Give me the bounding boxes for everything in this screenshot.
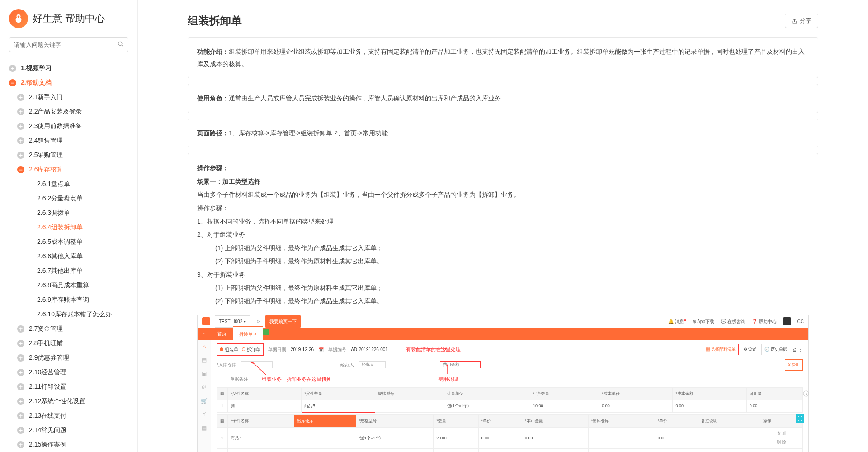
nav-2-7[interactable]: +2.7资金管理	[9, 322, 128, 336]
step-2-1: (1) 上部明细为父件明细，最终作为产成品生成其它入库单；	[197, 242, 809, 255]
role-text: 通常由生产人员或库管人员完成拆装业务的操作，库管人员确认原材料的出库和产成品的入…	[229, 95, 501, 102]
nav-doc-icon[interactable]: ▤	[201, 357, 208, 364]
ss-topbar: TEST-H002 ▾ ⟳ 我要购买一下 🔔 消息● ⊕ App下载 💬 在线咨…	[198, 315, 808, 328]
online-consult[interactable]: 💬 在线咨询	[721, 317, 745, 326]
delete-link[interactable]: 删 除	[777, 440, 786, 444]
bell-icon[interactable]: 🔔 消息●	[668, 316, 686, 326]
th-cost-amount: *成本金额	[673, 387, 746, 400]
share-button[interactable]: 分享	[785, 14, 818, 28]
nav-tree: +1.视频学习 –2.帮助文档 +2.1新手入门 +2.2产品安装及登录 +2.…	[9, 61, 128, 452]
page-header: 组装拆卸单 分享	[188, 14, 818, 28]
nav-home-icon[interactable]: ⌂	[201, 343, 208, 351]
expand-icon: +	[17, 354, 24, 362]
tab-active[interactable]: 拆装单 × +	[233, 326, 263, 341]
date-value[interactable]: 2019-12-26	[291, 345, 314, 354]
nav-chart-icon[interactable]: ▤	[201, 425, 208, 432]
operator-input[interactable]	[359, 361, 386, 368]
th-spec: 规格型号	[375, 387, 444, 400]
table-row[interactable]: 1 测 商品B 包(1个=1个) 10.00 0.00 0.00 0.00	[217, 400, 803, 413]
nav-2-6-4[interactable]: 2.6.4组装拆卸单	[9, 220, 128, 235]
nav-2-11[interactable]: +2.11打印设置	[9, 380, 128, 394]
parent-qty-cell[interactable]: 商品B	[302, 400, 375, 413]
avatar-icon[interactable]	[783, 317, 791, 325]
nav-2-6-5[interactable]: 2.6.5成本调整单	[9, 235, 128, 249]
expand-icon: +	[17, 427, 24, 434]
warehouse-input[interactable]	[241, 361, 273, 368]
nav-2-5[interactable]: +2.5采购管理	[9, 148, 128, 162]
svg-text:‹: ‹	[806, 391, 807, 396]
calendar-icon[interactable]: 📅	[318, 345, 324, 354]
nav-2-15[interactable]: +2.15操作案例	[9, 438, 128, 452]
nav-2-8[interactable]: +2.8手机旺铺	[9, 336, 128, 351]
nav-2-6-8[interactable]: 2.6.8商品成本重算	[9, 278, 128, 293]
nav-2-12[interactable]: +2.12系统个性化设置	[9, 394, 128, 409]
settings-button[interactable]: ⚙ 设置	[741, 344, 760, 355]
nav-2-10[interactable]: +2.10经营管理	[9, 365, 128, 380]
nav-2-6-9[interactable]: 2.6.9库存账本查询	[9, 293, 128, 307]
collapse-icon: –	[17, 166, 24, 173]
search-box	[9, 37, 128, 52]
nav-2-9[interactable]: +2.9优惠券管理	[9, 351, 128, 365]
fold-icon[interactable]: ‹	[803, 390, 809, 400]
child-item-table: ▦ *子件名称 出库仓库 *规格型号 *数量 *单价 *本币金额 *出库仓库 *…	[217, 414, 803, 452]
home-icon[interactable]: ⌂	[198, 329, 211, 338]
path-card: 页面路径：1、库存核算->库存管理->组装拆卸单 2、首页->常用功能	[188, 119, 818, 148]
ss-trial-button[interactable]: 我要购买一下	[265, 315, 301, 328]
search-icon[interactable]	[118, 41, 124, 48]
nav-2-2[interactable]: +2.2产品安装及登录	[9, 105, 128, 119]
th-unit: 计量单位	[444, 387, 530, 400]
nav-2-6-6[interactable]: 2.6.6其他入库单	[9, 249, 128, 264]
view-link[interactable]: 查 看	[777, 431, 786, 436]
share-icon	[792, 18, 797, 24]
fee-input[interactable]	[440, 361, 481, 368]
th-num: ▦	[217, 387, 228, 400]
fee-button[interactable]: ¥ 费用	[785, 359, 803, 371]
nav-2-1[interactable]: +2.1新手入门	[9, 90, 128, 105]
collapse-icon: –	[9, 79, 16, 86]
history-button[interactable]: 🕘 历史单据	[761, 344, 790, 355]
tab-home[interactable]: 首页	[211, 327, 233, 341]
tab-add-icon[interactable]: +	[263, 329, 269, 335]
th-prod-qty: 生产数量	[530, 387, 599, 400]
annotation-top: 有装配清单的在这里处理	[406, 344, 461, 355]
nav-money-icon[interactable]: ¥	[201, 411, 208, 419]
nav-2-13[interactable]: +2.13在线支付	[9, 409, 128, 423]
app-download[interactable]: ⊕ App下载	[693, 317, 714, 326]
nav-bag-icon[interactable]: 🛍	[201, 384, 208, 391]
nav-2-6-1[interactable]: 2.6.1盘点单	[9, 177, 128, 191]
refresh-icon[interactable]: ⟳	[257, 317, 260, 326]
nav-video[interactable]: +1.视频学习	[9, 61, 128, 76]
warehouse-label: *入库仓库	[217, 360, 236, 370]
nav-2-3[interactable]: +2.3使用前数据准备	[9, 119, 128, 133]
username[interactable]: CC	[797, 317, 804, 326]
nav-2-6-3[interactable]: 2.6.3调拨单	[9, 206, 128, 220]
doc-value: AD-20191226-001	[351, 345, 388, 354]
help-center[interactable]: ❓ 帮助中心	[752, 317, 777, 326]
svg-point-0	[118, 42, 122, 45]
type-radio-group[interactable]: 组装单 拆卸单	[217, 343, 264, 356]
nav-2-4[interactable]: +2.4销售管理	[9, 133, 128, 148]
search-input[interactable]	[9, 37, 128, 52]
nav-2-6-2[interactable]: 2.6.2分量盘点单	[9, 191, 128, 206]
expand-icon: +	[9, 65, 16, 72]
table-row[interactable]: 1商品 1包(1个=1个)20.000.000.000.00查 看删 除	[217, 428, 803, 449]
nav-2-6[interactable]: –2.6库存核算	[9, 162, 128, 177]
nav-docs[interactable]: –2.帮助文档	[9, 76, 128, 90]
ss-tenant-dropdown[interactable]: TEST-H002 ▾	[215, 315, 250, 328]
nav-2-6-10[interactable]: 2.6.10库存账本错了怎么办	[9, 307, 128, 322]
expand-icon: +	[17, 398, 24, 405]
print-icon[interactable]: 🖨	[792, 345, 797, 354]
nav-2-14[interactable]: +2.14常见问题	[9, 423, 128, 438]
more-icon[interactable]: ⋮	[798, 345, 803, 354]
nav-2-6-7[interactable]: 2.6.7其他出库单	[9, 264, 128, 278]
expand-icon: +	[17, 94, 24, 101]
select-list-button[interactable]: ▦ 选择配料清单	[703, 344, 739, 355]
table-row[interactable]: 2商品 1包(1个=1个)30.000.000.000.00查 看删 除	[217, 449, 803, 452]
nav-box-icon[interactable]: ▣	[201, 371, 208, 378]
remark-label: 单据备注	[230, 374, 248, 384]
doc-label: 单据编号	[328, 345, 346, 354]
expand-icon[interactable]: ⛶	[796, 414, 804, 423]
nav-cart-icon[interactable]: 🛒	[201, 398, 208, 405]
expand-icon: +	[17, 123, 24, 130]
scene-desc: 当由多个子件材料组装成一个成品的业务为【组装】业务，当由一个父件拆分成多个子产品…	[197, 188, 809, 201]
